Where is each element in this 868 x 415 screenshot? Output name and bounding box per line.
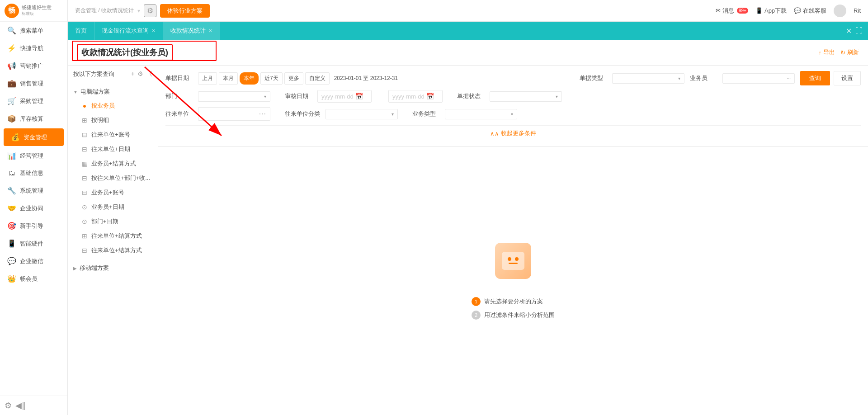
messages-group[interactable]: ✉ 消息 99+ <box>716 7 748 15</box>
filter-action-btns: 查询 设置 <box>800 71 861 85</box>
scheme-item-salesman-account[interactable]: ⊟ 业务员+账号 <box>68 185 158 200</box>
scheme-item-salesman-date[interactable]: ⊙ 业务员+日期 <box>68 200 158 214</box>
tab-fullscreen-btn[interactable]: ⛶ <box>855 27 863 35</box>
sidebar-item-purchase[interactable]: 🛒 采购管理 <box>0 92 67 110</box>
review-date-from: yyyy-mm-dd 📅 <box>317 90 372 103</box>
member-icon: 👑 <box>7 274 16 283</box>
robot-mouth <box>509 263 518 264</box>
main-area: 资金管理 / 收款情况统计 ▾ ⚙ 体验行业方案 ✉ 消息 99+ 📱 App下… <box>68 0 868 415</box>
scheme-item-icon: ⊙ <box>80 218 89 225</box>
scheme-item-label: 往来单位+结算方式 <box>91 246 142 255</box>
scheme-item-by-salesman[interactable]: ● 按业务员 <box>68 99 158 113</box>
date-btn-more[interactable]: 更多 <box>284 72 303 85</box>
scheme-collapse-btn[interactable]: 《 <box>146 70 152 78</box>
online-service-group[interactable]: 💬 在线客服 <box>794 7 826 15</box>
robot-eye-left <box>508 257 511 261</box>
doc-type-arrow-icon: ▾ <box>678 76 680 81</box>
calendar-from-icon[interactable]: 📅 <box>355 93 363 100</box>
sidebar-collapse-btn[interactable]: ◀‖ <box>15 401 26 410</box>
scheme-item-icon: ⊟ <box>80 131 89 138</box>
collapse-label: 收起更多条件 <box>501 129 536 137</box>
scheme-item-party-account[interactable]: ⊟ 往来单位+账号 <box>68 127 158 142</box>
scheme-item-icon: ▦ <box>80 160 89 167</box>
scheme-item-detail[interactable]: ⊞ 按明细 <box>68 113 158 127</box>
scheme-group-mobile-header[interactable]: ▶ 移动端方案 <box>68 261 158 275</box>
trial-button[interactable]: 体验行业方案 <box>160 4 210 18</box>
counter-party-category-arrow-icon: ▾ <box>392 112 394 117</box>
tab-bank-flow[interactable]: 现金银行流水查询 ✕ <box>94 22 163 40</box>
sidebar-item-label: 畅会员 <box>20 275 38 283</box>
salesman-select[interactable]: ··· <box>722 73 795 84</box>
empty-step-1: 1 请先选择要分析的方案 <box>472 297 555 306</box>
scheme-group-pc-header[interactable]: ▼ 电脑端方案 <box>68 85 158 99</box>
scheme-item-party-settle2[interactable]: ⊟ 往来单位+结算方式 <box>68 243 158 258</box>
user-avatar[interactable] <box>834 5 846 17</box>
top-header: 资金管理 / 收款情况统计 ▾ ⚙ 体验行业方案 ✉ 消息 99+ 📱 App下… <box>68 0 868 22</box>
date-btn-this-month[interactable]: 本月 <box>219 72 238 85</box>
doc-status-select[interactable]: ▾ <box>490 91 562 102</box>
scheme-item-dept-date[interactable]: ⊙ 部门+日期 <box>68 214 158 229</box>
sidebar-item-inventory[interactable]: 📦 库存核算 <box>0 110 67 127</box>
breadcrumb: 资金管理 / 收款情况统计 <box>75 7 134 14</box>
scheme-item-party-settle1[interactable]: ⊞ 往来单位+结算方式 <box>68 229 158 243</box>
sidebar-item-quick-nav[interactable]: ⚡ 快捷导航 <box>0 39 67 57</box>
sidebar-item-system[interactable]: 🔧 系统管理 <box>0 182 67 199</box>
filter-area: 单据日期 上月 本月 本年 近7天 更多 自定义 2023-01-01 至 20… <box>158 66 868 147</box>
sidebar-item-label: 系统管理 <box>20 187 43 195</box>
query-button[interactable]: 查询 <box>800 71 830 85</box>
biz-type-select[interactable]: ▾ <box>445 109 517 119</box>
step-2-text: 用过滤条件来缩小分析范围 <box>484 311 555 319</box>
scheme-item-party-dept-collect[interactable]: ⊟ 按往来单位+部门+收... <box>68 171 158 185</box>
doc-type-select[interactable]: ▾ <box>612 73 684 84</box>
sidebar-settings-btn[interactable]: ⚙ <box>5 401 12 410</box>
sidebar-item-sales[interactable]: 💼 销售管理 <box>0 75 67 92</box>
filter-row-3: 往来单位 ··· 往来单位分类 ▾ 业务类型 <box>165 107 861 121</box>
sidebar-item-marketing[interactable]: 📢 营销推广 <box>0 57 67 75</box>
sidebar-item-operations[interactable]: 📊 经营管理 <box>0 147 67 165</box>
scheme-header-icons: + ⚙ 《 <box>131 70 152 78</box>
date-btn-last-7days[interactable]: 近7天 <box>260 72 283 85</box>
counter-party-dots-icon[interactable]: ··· <box>259 110 266 118</box>
tab-bank-flow-close[interactable]: ✕ <box>151 28 156 34</box>
salesman-label: 业务员 <box>690 74 717 82</box>
robot-eye-right <box>515 257 519 261</box>
scheme-item-label: 业务员+结算方式 <box>91 160 136 168</box>
counter-party-select[interactable]: ··· <box>198 107 270 121</box>
refresh-button[interactable]: ↻ 刷新 <box>840 48 859 57</box>
scheme-settings-btn[interactable]: ⚙ <box>137 70 143 78</box>
tab-home[interactable]: 首页 <box>68 22 94 40</box>
scheme-group-mobile: ▶ 移动端方案 <box>68 259 158 277</box>
sidebar-item-basic-info[interactable]: 🗂 基础信息 <box>0 165 67 182</box>
date-btn-custom[interactable]: 自定义 <box>305 72 330 85</box>
export-button[interactable]: ↑ 导出 <box>819 48 835 57</box>
collapse-filters-bar[interactable]: ∧∧ 收起更多条件 <box>165 125 861 141</box>
tab-collection-stats-close[interactable]: ✕ <box>208 28 212 34</box>
sidebar-item-search-menu[interactable]: 🔍 搜索菜单 <box>0 22 67 39</box>
sidebar-item-label: 新手引导 <box>20 222 43 230</box>
filter-settings-button[interactable]: 设置 <box>834 71 861 85</box>
sidebar-item-capital[interactable]: 💰 资金管理 <box>4 128 64 146</box>
scheme-item-salesman-settle[interactable]: ▦ 业务员+结算方式 <box>68 156 158 171</box>
header-gear-btn[interactable]: ⚙ <box>144 5 156 17</box>
date-btn-last-month[interactable]: 上月 <box>198 72 217 85</box>
scheme-group-pc: ▼ 电脑端方案 ● 按业务员 ⊞ 按明细 ⊟ 往来单位+账号 <box>68 83 158 259</box>
scheme-add-btn[interactable]: + <box>131 70 135 78</box>
scheme-item-label: 按往来单位+部门+收... <box>91 174 150 182</box>
sidebar-item-corp-coop[interactable]: 🤝 企业协同 <box>0 199 67 217</box>
tab-collection-stats[interactable]: 收款情况统计 ✕ <box>163 22 220 40</box>
calendar-to-icon[interactable]: 📅 <box>426 93 434 100</box>
sidebar-navigation: 🔍 搜索菜单 ⚡ 快捷导航 📢 营销推广 💼 销售管理 🛒 采购管理 📦 库存核… <box>0 22 67 396</box>
scheme-item-icon: ⊟ <box>80 174 89 182</box>
counter-party-category-select[interactable]: ▾ <box>326 109 398 119</box>
sidebar-item-corp-wechat[interactable]: 💬 企业微信 <box>0 252 67 270</box>
scheme-item-label: 业务员+账号 <box>91 189 124 197</box>
dept-select[interactable]: ▾ <box>198 91 270 102</box>
sidebar-item-label: 智能硬件 <box>20 240 43 248</box>
sidebar-item-new-guide[interactable]: 🎯 新手引导 <box>0 217 67 235</box>
date-btn-this-year[interactable]: 本年 <box>240 72 259 85</box>
sidebar-item-member[interactable]: 👑 畅会员 <box>0 270 67 288</box>
app-download-group[interactable]: 📱 App下载 <box>755 7 787 15</box>
tab-close-all-btn[interactable]: ✕ <box>846 27 852 35</box>
sidebar-item-smart-hw[interactable]: 📱 智能硬件 <box>0 235 67 252</box>
scheme-item-party-date[interactable]: ⊟ 往来单位+日期 <box>68 142 158 156</box>
